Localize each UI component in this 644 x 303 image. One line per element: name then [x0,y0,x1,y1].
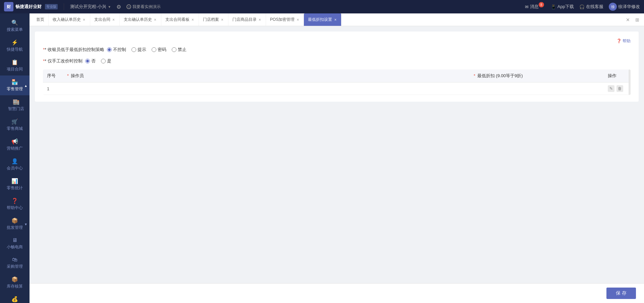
sidebar-item-label: 零售统计 [7,185,23,191]
sidebar-item-label: 采购管理 [7,264,23,269]
header-right: ✉ 消息 8 📱 App下载 🎧 在线客服 徐 徐泽华修改 [525,3,640,11]
app-download-action[interactable]: 📱 App下载 [551,4,574,10]
tab-close-icon[interactable]: × [82,17,86,22]
tab-close-icon[interactable]: × [258,17,262,22]
tab-bar: 首页 收入确认单历史 × 支出合同 × 支出确认单历史 × 支出合同看板 × 门… [30,13,644,26]
phone-icon: 📱 [551,4,556,9]
required-star: * [67,73,69,78]
manual-no-radio[interactable] [85,59,90,63]
tab-payment-contract-board[interactable]: 支出合同看板 × [161,13,199,26]
header-settings-btn[interactable]: ⚙ [114,4,123,10]
sidebar-item-label: 库存核算 [7,284,23,289]
tab-label: 收入确认单历史 [53,17,81,22]
policy-no-control[interactable]: 不控制 [107,47,126,53]
tab-home[interactable]: 首页 [32,13,49,26]
manual-form-row: ** 仅手工改价时控制 否 是 [43,58,631,64]
policy-forbid[interactable]: 禁止 [172,47,186,53]
sidebar-item-help[interactable]: ❓ 帮助中心 [0,194,30,214]
edit-row-btn[interactable]: ✎ [608,85,614,92]
form-card: ❓ 帮助 ** 收银员低于最低折扣控制策略 不控制 提示 [35,32,639,102]
data-table: 序号 * 操作员 * 最低折扣 (9.00等于9折) [43,69,631,95]
policy-tip-radio[interactable] [131,47,136,52]
policy-tip[interactable]: 提示 [131,47,146,53]
help-icon: ❓ [11,198,18,204]
tab-close-icon[interactable]: × [191,17,195,22]
policy-forbid-radio[interactable] [172,47,176,52]
demo-link[interactable]: ○ 我要看实例演示 [126,4,161,10]
tab-close-icon[interactable]: × [333,17,337,22]
tab-min-discount[interactable]: 最低折扣设置 × [304,13,341,26]
sidebar-item-finance[interactable]: 💰 资金管理 [0,293,30,303]
sidebar-item-ecommerce[interactable]: 🖥 小畅电商 [0,234,30,253]
logo-text: 畅捷通好业财 [15,4,42,9]
marketing-icon: 📢 [11,138,18,145]
tab-label: POS加密管理 [270,17,294,22]
sidebar-item-retail-mall[interactable]: 🛒 零售商城 [0,115,30,135]
sidebar-item-retail-stat[interactable]: 📊 零售统计 [0,174,30,194]
online-service-action[interactable]: 🎧 在线客服 [579,4,603,10]
retail-stat-icon: 📊 [11,178,18,184]
manual-radio-group: 否 是 [85,58,111,64]
sidebar-item-marketing[interactable]: 📢 营销推广 [0,135,30,155]
tab-label: 支出合同看板 [165,17,190,22]
tab-payment-confirm-history[interactable]: 支出确认单历史 × [120,13,161,26]
save-button[interactable]: 保 存 [606,288,636,299]
sidebar-item-wholesale[interactable]: 📦 批发管理 ▼ [0,214,30,234]
col-operator-header: * 操作员 [63,69,470,83]
top-header: 财 畅捷通好业财 专业版 测试分开完程-小兴 ▼ ⚙ ○ 我要看实例演示 ✉ 消… [0,0,644,13]
sidebar-item-purchase[interactable]: 🛍 采购管理 [0,253,30,273]
sidebar-item-label: 快捷导航 [7,47,23,52]
manual-no-label: 否 [91,58,96,64]
col-discount-header: * 最低折扣 (9.00等于9折) [470,69,604,83]
user-profile[interactable]: 徐 徐泽华修改 [609,3,640,11]
cell-action: ✎ 🗑 [604,83,631,95]
policy-password-radio[interactable] [152,47,156,52]
retail-icon: 🏪 [11,79,18,85]
tab-label: 首页 [36,17,44,22]
tab-pos-password[interactable]: POS加密管理 × [266,13,304,26]
sidebar-item-label: 项目合同 [7,66,23,72]
manual-no[interactable]: 否 [85,58,96,64]
policy-password[interactable]: 密码 [152,47,166,53]
manual-yes-radio[interactable] [101,59,106,63]
tab-close-icon[interactable]: × [112,17,115,22]
tab-close-all-icon[interactable]: ✕ [624,16,632,24]
logo-icon: 财 [4,2,13,11]
purchase-icon: 🛍 [12,257,17,263]
sidebar-item-label: 营销推广 [7,146,23,151]
sidebar-item-smart-store[interactable]: 🏬 智慧门店 [0,95,30,115]
sidebar-item-search[interactable]: 🔍 搜索菜单 [0,16,30,36]
table-row: 1 ✎ 🗑 [43,83,631,95]
tab-income-history[interactable]: 收入确认单历史 × [49,13,90,26]
sidebar-item-shortcut[interactable]: ⚡ 快捷导航 [0,36,30,56]
headset-icon: 🎧 [579,4,585,9]
help-link[interactable]: ❓ 帮助 [616,38,631,44]
required-star: * [474,73,475,78]
delete-row-btn[interactable]: 🗑 [616,85,623,92]
policy-forbid-label: 禁止 [178,47,186,53]
manual-yes[interactable]: 是 [101,58,111,64]
header-left: 财 畅捷通好业财 专业版 测试分开完程-小兴 ▼ ⚙ ○ 我要看实例演示 [4,2,161,11]
tab-bar-actions: ✕ ⊞ [624,16,641,24]
tab-label: 门店档案 [203,17,219,22]
sidebar-item-member[interactable]: 👤 会员中心 [0,155,30,174]
tab-store-goods[interactable]: 门店商品目录 × [228,13,266,26]
tab-close-icon[interactable]: × [153,17,157,22]
sidebar-item-inventory[interactable]: 📦 库存核算 [0,273,30,293]
cell-seq: 1 [43,83,63,95]
sidebar-item-retail[interactable]: 🏪 零售管理 ▲ [0,75,30,95]
tab-close-icon[interactable]: × [296,17,300,22]
ecommerce-icon: 🖥 [12,237,17,243]
tab-close-icon[interactable]: × [220,17,224,22]
tab-payment-contract[interactable]: 支出合同 × [90,13,120,26]
tab-label: 最低折扣设置 [308,17,332,22]
messages-action[interactable]: ✉ 消息 8 [525,4,545,10]
tab-store-file[interactable]: 门店档案 × [199,13,228,26]
cell-operator [63,83,470,95]
policy-no-control-radio[interactable] [107,47,112,52]
tab-more-icon[interactable]: ⊞ [633,16,641,24]
project-selector[interactable]: 测试分开完程-小兴 ▼ [70,4,111,10]
project-name: 测试分开完程-小兴 [70,4,106,10]
sidebar-item-project[interactable]: 📋 项目合同 [0,56,30,75]
project-icon: 📋 [11,59,18,65]
